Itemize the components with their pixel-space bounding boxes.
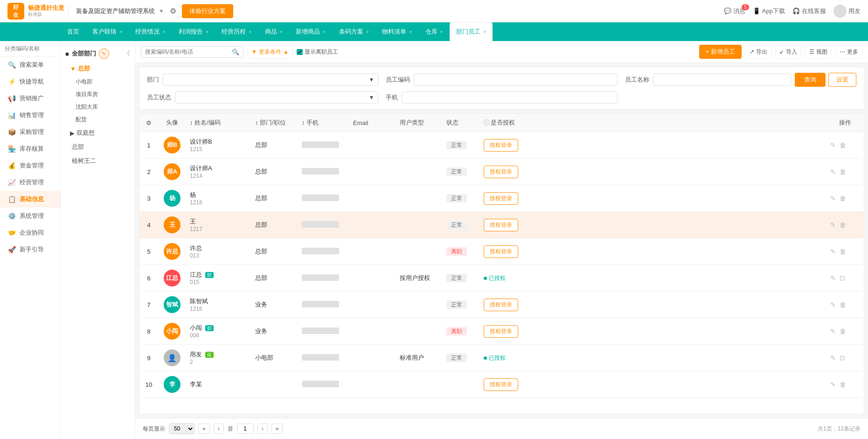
more-filter-button[interactable]: ▼ 更多条件 ▲	[247, 46, 293, 58]
tab-close-icon[interactable]: ×	[119, 29, 122, 35]
title-dropdown-icon[interactable]: ▼	[159, 8, 164, 14]
tab-close-icon[interactable]: ×	[280, 29, 283, 35]
delete-icon[interactable]: 🗑	[840, 328, 846, 335]
delete-icon[interactable]: 🗑	[840, 248, 846, 255]
edit-icon[interactable]: ✎	[830, 328, 836, 335]
show-resigned-label[interactable]: 显示离职员工	[297, 48, 338, 56]
tab-close-icon[interactable]: ×	[162, 29, 165, 35]
dept-edit-icon[interactable]: ✎	[99, 49, 109, 59]
auth-button[interactable]: 授权登录	[484, 166, 518, 178]
show-resigned-checkbox[interactable]	[297, 49, 303, 55]
edit-icon[interactable]: ✎	[830, 248, 836, 255]
add-employee-button[interactable]: + 新增员工	[699, 45, 742, 59]
sidebar-item-basic[interactable]: 📋 基础信息	[0, 191, 60, 208]
sidebar-item-marketing[interactable]: 📢 营销推广	[0, 90, 60, 107]
sidebar-item-search[interactable]: 🔍 搜索菜单	[0, 56, 60, 73]
tab-close-icon[interactable]: ×	[483, 29, 486, 35]
delete-icon[interactable]: 🗑	[840, 301, 846, 308]
edit-icon[interactable]: ✎	[830, 141, 836, 149]
tab-add-goods[interactable]: 新增商品 ×	[289, 22, 332, 41]
tab-close-icon[interactable]: ×	[366, 29, 369, 35]
page-size-select[interactable]: 50 100 200	[169, 423, 194, 434]
prev-page-button[interactable]: ‹	[214, 424, 224, 434]
edit-icon[interactable]: ✎	[830, 221, 836, 229]
dept-filter-select[interactable]: ▼	[163, 74, 378, 86]
last-page-button[interactable]: »	[271, 424, 283, 434]
app-download-button[interactable]: 📱 App下载	[753, 7, 785, 15]
more-button[interactable]: ⋯ 更多	[835, 45, 862, 59]
empname-filter-input[interactable]	[653, 74, 791, 86]
first-page-button[interactable]: «	[198, 424, 210, 434]
copy-icon[interactable]: ⊡	[840, 354, 845, 362]
auth-button[interactable]: 授权登录	[484, 245, 518, 258]
auth-button[interactable]: 授权登录	[484, 299, 518, 311]
delete-icon[interactable]: 🗑	[840, 195, 846, 202]
tab-close-icon[interactable]: ×	[440, 29, 443, 35]
sidebar-item-collab[interactable]: 🤝 企业协同	[0, 224, 60, 241]
delete-icon[interactable]: 🗑	[840, 221, 846, 229]
delete-icon[interactable]: 🗑	[840, 168, 846, 175]
edit-icon[interactable]: ✎	[830, 195, 836, 202]
export-button[interactable]: ↗ 导出	[745, 45, 771, 59]
edit-icon[interactable]: ✎	[830, 274, 836, 282]
sidebar-item-quicknav[interactable]: ⚡ 快捷导航	[0, 73, 60, 90]
col-dept-header[interactable]: ↕ 部门/职位	[251, 114, 298, 132]
tab-close-icon[interactable]: ×	[409, 29, 412, 35]
sidebar-item-guide[interactable]: 🚀 新手引导	[0, 241, 60, 258]
col-name-header[interactable]: ↕ 姓名/编码	[186, 114, 251, 132]
tab-bom[interactable]: 物料清单 ×	[375, 22, 418, 41]
tab-customer[interactable]: 客户联络 ×	[86, 22, 129, 41]
dept-item-shuangting[interactable]: ▶ 双庭想	[61, 126, 135, 140]
view-button[interactable]: ☰ 视图	[805, 45, 832, 59]
tab-profit[interactable]: 利润报告 ×	[172, 22, 215, 41]
dept-sub-projectwarehouse[interactable]: 项目库房	[61, 88, 135, 101]
auth-button[interactable]: 授权登录	[484, 192, 518, 205]
tab-barcode[interactable]: 条码方案 ×	[333, 22, 375, 41]
auth-button[interactable]: 授权登录	[484, 325, 518, 338]
empstatus-filter-select[interactable]: ▼	[175, 91, 378, 104]
dept-sub-distribution[interactable]: 配货	[61, 113, 135, 126]
edit-icon[interactable]: ✎	[830, 381, 836, 388]
tab-history[interactable]: 经营历程 ×	[215, 22, 258, 41]
edit-icon[interactable]: ✎	[830, 168, 836, 175]
dept-header-text[interactable]: 全部部门	[72, 49, 96, 58]
tab-operation[interactable]: 经营情况 ×	[129, 22, 172, 41]
message-button[interactable]: 💬 消息 5	[724, 7, 745, 15]
tab-warehouse[interactable]: 仓库 ×	[419, 22, 450, 41]
tab-department[interactable]: 部门员工 ×	[450, 22, 493, 41]
page-number-input[interactable]	[237, 424, 254, 434]
tab-close-icon[interactable]: ×	[206, 29, 208, 35]
tab-close-icon[interactable]: ×	[323, 29, 326, 35]
sidebar-item-system[interactable]: ⚙️ 系统管理	[0, 208, 60, 224]
edit-icon[interactable]: ✎	[830, 301, 836, 308]
col-settings-icon[interactable]: ⚙	[139, 114, 158, 132]
user-menu[interactable]: 用友	[833, 5, 861, 18]
delete-icon[interactable]: 🗑	[840, 381, 846, 388]
empcode-filter-input[interactable]	[414, 74, 617, 86]
dept-item-hq2[interactable]: 总部	[61, 140, 135, 154]
set-button[interactable]: 设置	[828, 73, 856, 87]
tab-home[interactable]: 首页	[61, 22, 86, 41]
query-button[interactable]: 查询	[795, 73, 826, 87]
auth-button[interactable]: 授权登录	[484, 378, 518, 391]
edit-icon[interactable]: ✎	[830, 354, 836, 362]
phone-filter-input[interactable]	[402, 91, 617, 104]
delete-icon[interactable]: 🗑	[840, 141, 846, 149]
auth-button[interactable]: 授权登录	[484, 139, 518, 152]
dept-sub-xiaodiandept[interactable]: 小电部	[61, 76, 135, 88]
sidebar-item-sales[interactable]: 📊 销售管理	[0, 107, 60, 124]
sidebar-item-management[interactable]: 📈 经营管理	[0, 174, 60, 191]
sidebar-item-purchase[interactable]: 📦 采购管理	[0, 124, 60, 140]
dept-item-zhishu[interactable]: 植树王二	[61, 154, 135, 168]
online-service-button[interactable]: 🎧 在线客服	[792, 7, 826, 15]
dept-collapse-icon[interactable]: 《	[124, 49, 130, 58]
tab-goods[interactable]: 商品 ×	[258, 22, 289, 41]
sidebar-search-input[interactable]	[5, 45, 61, 52]
auth-button[interactable]: 授权登录	[484, 219, 518, 231]
col-phone-header[interactable]: ↕ 手机	[298, 114, 349, 132]
dept-item-headquarters[interactable]: ▼ 总部	[61, 62, 135, 76]
tab-close-icon[interactable]: ×	[249, 29, 251, 35]
settings-icon[interactable]: ⚙	[170, 7, 176, 15]
trial-button[interactable]: 体验行业方案	[182, 4, 233, 18]
sidebar-item-inventory[interactable]: 🏪 库存核算	[0, 140, 60, 157]
